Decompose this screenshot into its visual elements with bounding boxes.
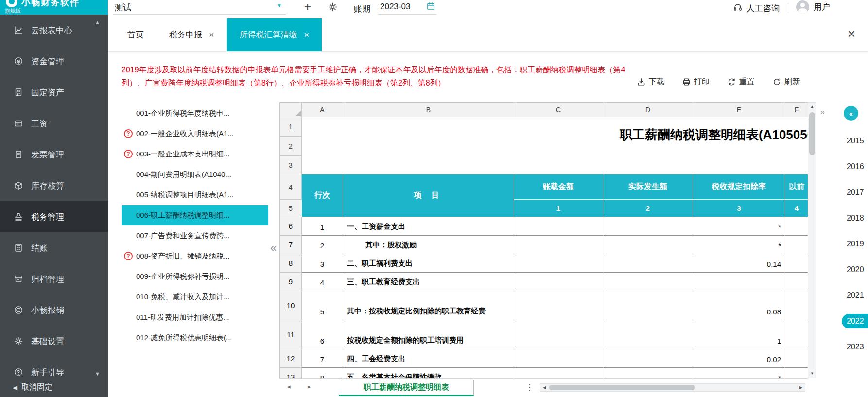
cell-actual-amount[interactable] <box>603 291 693 320</box>
cell-item[interactable]: 二、职工福利费支出 <box>343 254 514 273</box>
unpin-button[interactable]: ◀ 取消固定 <box>0 378 108 397</box>
cell-deduction-rate[interactable]: * <box>693 368 785 379</box>
period-picker[interactable]: 2023-03 <box>378 0 436 15</box>
row-header[interactable]: 6 <box>280 217 302 236</box>
cell-deduction-rate[interactable]: 1 <box>693 320 785 349</box>
cell-book-amount[interactable] <box>514 368 603 379</box>
row-header[interactable]: 4 <box>280 174 302 200</box>
sidebar-item-8[interactable]: 结账 <box>0 232 108 263</box>
vertical-scrollbar[interactable]: ▲ ▼ <box>808 102 816 378</box>
row-header[interactable]: 8 <box>280 254 302 273</box>
cell-prior-year[interactable] <box>785 217 808 236</box>
close-icon[interactable]: × <box>209 31 214 39</box>
cell-book-amount[interactable] <box>514 236 603 254</box>
sidebar-item-2[interactable]: 资金管理 <box>0 46 108 77</box>
cell-line-number[interactable]: 5 <box>302 291 343 320</box>
row-header[interactable]: 10 <box>280 291 302 320</box>
row-header[interactable]: 1 <box>280 117 302 137</box>
user-menu[interactable]: 用户 <box>796 0 830 14</box>
prev-sheet-button[interactable]: ◂ <box>287 383 291 390</box>
cell-deduction-rate[interactable]: 0.08 <box>693 291 785 320</box>
cell-deduction-rate[interactable]: * <box>693 236 785 254</box>
horizontal-scrollbar[interactable]: ◀ ▶ <box>540 383 805 392</box>
cell-item[interactable]: 其中：按税收规定比例扣除的职工教育经费 <box>343 291 514 320</box>
cell-deduction-rate[interactable]: 0.14 <box>693 254 785 273</box>
horizontal-scrollbar-thumb[interactable] <box>549 385 695 390</box>
year-2016[interactable]: 2016 <box>842 159 868 174</box>
form-list-item-003[interactable]: ?003-一般企业成本支出明细... <box>122 144 268 164</box>
gear-icon[interactable] <box>328 2 338 14</box>
sheet-menu-icon[interactable]: ⋮ <box>525 382 534 393</box>
form-list-item-002[interactable]: ?002-一般企业收入明细表(A1... <box>122 123 268 144</box>
cell-item[interactable]: 其中：股权激励 <box>343 236 514 254</box>
form-list-item-006[interactable]: 006-职工薪酬纳税调整明细... <box>122 205 268 225</box>
cell-actual-amount[interactable] <box>603 349 693 368</box>
form-list-item-008[interactable]: ?008-资产折旧、摊销及纳税... <box>122 246 268 266</box>
cell-item[interactable]: 三、职工教育经费支出 <box>343 273 514 291</box>
cell-prior-year[interactable] <box>785 368 808 379</box>
vertical-scrollbar-thumb[interactable] <box>809 112 815 155</box>
column-header-c[interactable]: C <box>514 103 603 117</box>
cell-line-number[interactable]: 1 <box>302 217 343 236</box>
cell-book-amount[interactable] <box>514 349 603 368</box>
close-tabs-button[interactable]: × <box>848 27 855 41</box>
row-header[interactable]: 2 <box>280 137 302 156</box>
expand-years-panel-button[interactable]: « <box>844 106 858 121</box>
cell-line-number[interactable]: 2 <box>302 236 343 254</box>
cell-actual-amount[interactable] <box>603 368 693 379</box>
cell-actual-amount[interactable] <box>603 254 693 273</box>
cell-item[interactable]: 五、各类基本社会保障性缴款 <box>343 368 514 379</box>
empty-cells[interactable] <box>302 117 808 137</box>
consult-button[interactable]: 人工咨询 <box>733 2 780 15</box>
cell-deduction-rate[interactable]: * <box>693 217 785 236</box>
form-list-item-005[interactable]: 005-纳税调整项目明细表(A1... <box>122 185 268 205</box>
column-header-b[interactable]: B <box>343 103 514 117</box>
column-header-e[interactable]: E <box>693 103 785 117</box>
year-2022[interactable]: 2022 <box>842 314 868 328</box>
year-2019[interactable]: 2019 <box>842 237 868 251</box>
cell-actual-amount[interactable] <box>603 236 693 254</box>
company-select[interactable]: 测试 ▼ <box>113 0 286 15</box>
sidebar-item-6[interactable]: 库存核算 <box>0 170 108 201</box>
download-button[interactable]: 下载 <box>637 77 664 87</box>
refresh-button[interactable]: 刷新 <box>772 77 800 87</box>
sidebar-item-1[interactable]: 云报表中心 <box>0 15 108 46</box>
sidebar-item-7[interactable]: 税务管理 <box>0 201 108 232</box>
cell-prior-year[interactable] <box>785 320 808 349</box>
form-list-item-012[interactable]: 012-减免所得税优惠明细表(... <box>122 328 268 348</box>
row-header[interactable]: 12 <box>280 349 302 368</box>
cell-line-number[interactable]: 7 <box>302 349 343 368</box>
scroll-left-icon[interactable]: ◀ <box>540 384 548 391</box>
form-list-item-007[interactable]: 007-广告费和业务宣传费跨... <box>122 225 268 246</box>
cell-book-amount[interactable] <box>514 217 603 236</box>
add-button[interactable]: + <box>304 0 311 14</box>
year-2017[interactable]: 2017 <box>842 185 868 200</box>
form-list-item-009[interactable]: 009-企业所得税弥补亏损明... <box>122 266 268 287</box>
cell-book-amount[interactable] <box>514 254 603 273</box>
cell-book-amount[interactable] <box>514 320 603 349</box>
print-button[interactable]: 打印 <box>682 77 710 87</box>
cell-prior-year[interactable] <box>785 349 808 368</box>
cell-line-number[interactable]: 4 <box>302 273 343 291</box>
scroll-right-icon[interactable]: ▶ <box>797 384 805 391</box>
year-2018[interactable]: 2018 <box>842 211 868 225</box>
row-header[interactable]: 9 <box>280 273 302 291</box>
cell-book-amount[interactable] <box>514 291 603 320</box>
sidebar-scroll-up-icon[interactable]: ▲ <box>95 19 100 25</box>
cell-item[interactable]: 四、工会经费支出 <box>343 349 514 368</box>
cell-item[interactable]: 一、工资薪金支出 <box>343 217 514 236</box>
sidebar-item-10[interactable]: 小畅报销 <box>0 294 108 326</box>
row-header[interactable]: 13 <box>280 368 302 379</box>
cell-line-number[interactable]: 8 <box>302 368 343 379</box>
column-header-a[interactable]: A <box>302 103 343 117</box>
cell-deduction-rate[interactable] <box>693 273 785 291</box>
sidebar-scroll-down-icon[interactable]: ▼ <box>95 371 100 377</box>
year-2021[interactable]: 2021 <box>842 288 868 303</box>
year-2015[interactable]: 2015 <box>842 134 868 148</box>
sheet-tab[interactable]: 职工薪酬纳税调整明细表 <box>339 380 474 396</box>
cell-deduction-rate[interactable]: 0.02 <box>693 349 785 368</box>
form-list-item-004[interactable]: 004-期间费用明细表(A1040... <box>122 164 268 185</box>
year-2020[interactable]: 2020 <box>842 262 868 277</box>
cell-actual-amount[interactable] <box>603 273 693 291</box>
cell-item[interactable]: 按税收规定全额扣除的职工培训费用 <box>343 320 514 349</box>
